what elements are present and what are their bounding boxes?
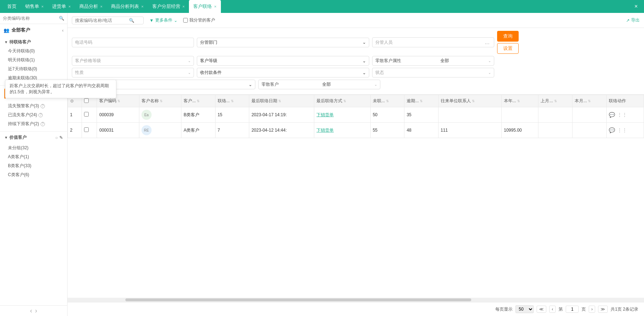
col-this-month[interactable]: 本月... ⇅ (573, 95, 607, 107)
retail-customer-filter[interactable]: 零散客户 全部 ⌄ (258, 80, 380, 89)
sidebar-item-class-a[interactable]: A类客户(1) (0, 152, 67, 161)
sort-icon[interactable]: ⇅ (160, 99, 163, 103)
window-close-button[interactable]: × (631, 1, 641, 11)
circle-icon[interactable]: ○ (55, 135, 58, 140)
prev-page-button[interactable]: ‹ (549, 306, 556, 313)
col-this-year[interactable]: 本年... ⇅ (501, 95, 538, 107)
nav-customer-segment[interactable]: 客户分层经营 × (148, 0, 189, 13)
sidebar-search-input[interactable] (3, 16, 57, 21)
nav-product-analysis[interactable]: 商品分析 × (75, 0, 107, 13)
more-action-icon[interactable]: ⋮⋮ (617, 112, 627, 118)
info-icon[interactable]: ? (41, 122, 45, 126)
my-customer-checkbox[interactable] (183, 18, 188, 23)
more-action-icon[interactable]: ⋮⋮ (617, 127, 627, 133)
more-icon[interactable]: ... (483, 39, 491, 46)
horizontal-scrollbar[interactable] (68, 298, 644, 302)
scrollbar-thumb[interactable] (125, 298, 471, 301)
last-page-button[interactable]: ≫ (598, 306, 608, 313)
sort-icon[interactable]: ⇅ (420, 99, 423, 103)
price-level-filter[interactable]: 客户价格等级 ⌄ (72, 56, 194, 66)
sort-icon[interactable]: ⇅ (554, 99, 557, 103)
customer-level-filter[interactable]: 客户等级 ⌄ (197, 56, 369, 66)
retail-attr-filter[interactable]: 零散客户属性 全部 ⌄ (372, 56, 494, 66)
row-select-checkbox[interactable] (84, 112, 89, 117)
close-icon[interactable]: × (41, 4, 43, 9)
search-icon[interactable]: 🔍 (129, 18, 134, 23)
sort-icon[interactable]: ⇅ (231, 99, 234, 103)
gender-filter[interactable]: 性质 ⌄ (72, 68, 194, 77)
sort-icon[interactable]: ⇅ (588, 99, 591, 103)
phone-filter[interactable]: 电话号码 (72, 38, 194, 47)
query-button[interactable]: 查询 (497, 31, 519, 42)
contact-method-link[interactable]: 下销货单 (316, 112, 334, 117)
edit-icon[interactable]: ✎ (59, 135, 63, 140)
sort-icon[interactable]: ⇅ (386, 99, 389, 103)
sort-icon[interactable]: ⇅ (343, 99, 346, 103)
nav-product-analysis-list[interactable]: 商品分析列表 × (107, 0, 148, 13)
col-contact-count[interactable]: 联络... ⇅ (215, 95, 249, 107)
sidebar-item-loss-warning[interactable]: 流失预警客户(3) ? (0, 102, 67, 110)
col-category[interactable]: 客户... ⇅ (181, 95, 216, 107)
collapse-icon[interactable]: ‹ (62, 28, 64, 33)
sidebar-item-tomorrow-pending[interactable]: 明天待联络(1) (0, 56, 67, 65)
contact-method-link[interactable]: 下销货单 (316, 128, 334, 133)
row-last-contact-method[interactable]: 下销货单 (314, 107, 370, 123)
nav-home[interactable]: 首页 (3, 0, 21, 13)
nav-customer-contact[interactable]: 客户联络 × (189, 0, 221, 13)
sidebar-item-class-c[interactable]: C类客户(6) (0, 170, 67, 179)
close-icon[interactable]: × (182, 4, 185, 9)
row-name[interactable]: RE (139, 123, 181, 138)
dept-filter[interactable]: 分管部门 ⌄ (197, 38, 369, 47)
status-filter[interactable]: 状态 ⌄ (372, 68, 494, 77)
per-page-select[interactable]: 50 20 100 (515, 305, 534, 313)
value-customers-group[interactable]: ▼ 价值客户 ○ ✎ (0, 133, 67, 142)
export-button[interactable]: ↗ 导出 (626, 17, 640, 23)
close-icon[interactable]: × (141, 4, 143, 9)
nav-purchase-order[interactable]: 进货单 × (48, 0, 75, 13)
main-search-input[interactable] (75, 18, 129, 23)
pending-contact-group[interactable]: ▼ 待联络客户 (0, 38, 67, 47)
nav-sales-order[interactable]: 销售单 × (21, 0, 48, 13)
sidebar-item-declining-customers[interactable]: 持续下滑客户(2) ? (0, 119, 67, 128)
row-last-contact-method[interactable]: 下销货单 (314, 123, 370, 138)
sidebar-item-class-b[interactable]: B类客户(33) (0, 161, 67, 170)
row-checkbox[interactable] (82, 123, 97, 138)
col-last-contact-method[interactable]: 最后联络方式 ⇅ (314, 95, 370, 107)
sort-icon[interactable]: ⇅ (472, 99, 475, 103)
sidebar-search-icon[interactable]: 🔍 (59, 16, 64, 21)
manager-filter[interactable]: 分管人员 ... (372, 37, 494, 47)
row-select-checkbox[interactable] (84, 127, 89, 132)
message-icon[interactable]: 💬 (609, 127, 615, 133)
sidebar-item-today-pending[interactable]: 今天待联络(0) (0, 47, 67, 56)
page-number-input[interactable] (566, 306, 579, 313)
sidebar-item-lost-customers[interactable]: 已流失客户(24) ? (0, 110, 67, 119)
close-icon[interactable]: × (214, 4, 216, 9)
payment-filter[interactable]: 收付款条件 ⌄ (197, 68, 369, 77)
right-arrow-icon[interactable]: › (35, 307, 37, 315)
message-icon[interactable]: 💬 (609, 112, 615, 118)
col-last-month[interactable]: 上月... ⇅ (538, 95, 573, 107)
col-last-contact-date[interactable]: 最后联络日期 ⇅ (249, 95, 314, 107)
close-icon[interactable]: × (100, 4, 102, 9)
settings-button[interactable]: 设置 (497, 43, 519, 54)
sidebar-item-7days-pending[interactable]: 近7天待联络(0) (0, 65, 67, 74)
row-name[interactable]: Ea (139, 107, 181, 123)
info-icon[interactable]: ? (38, 113, 43, 117)
first-page-button[interactable]: ≪ (537, 306, 546, 313)
all-customers-title[interactable]: 👥 全部客户 ‹ (0, 24, 67, 36)
sort-icon[interactable]: ⇅ (197, 99, 200, 103)
next-page-button[interactable]: › (589, 306, 595, 313)
col-overdue[interactable]: 逾期... ⇅ (404, 95, 439, 107)
sidebar-item-unclassified[interactable]: 未分组(32) (0, 143, 67, 152)
sort-icon[interactable]: ⇅ (278, 99, 281, 103)
col-contacts[interactable]: 往来单位联系人 ⇅ (438, 95, 501, 107)
row-checkbox[interactable] (82, 107, 97, 123)
sort-icon[interactable]: ⇅ (117, 99, 120, 103)
col-unread[interactable]: 未联... ⇅ (370, 95, 404, 107)
col-name[interactable]: 客户名称 ⇅ (139, 95, 181, 107)
select-all-checkbox[interactable] (84, 98, 89, 103)
more-conditions-button[interactable]: ▼ 更多条件 ⌄ (147, 16, 180, 25)
sidebar-bottom-controls[interactable]: ‹ › (0, 305, 67, 316)
sort-icon[interactable]: ⇅ (517, 99, 520, 103)
search-input-wrap[interactable]: 🔍 (72, 16, 144, 24)
